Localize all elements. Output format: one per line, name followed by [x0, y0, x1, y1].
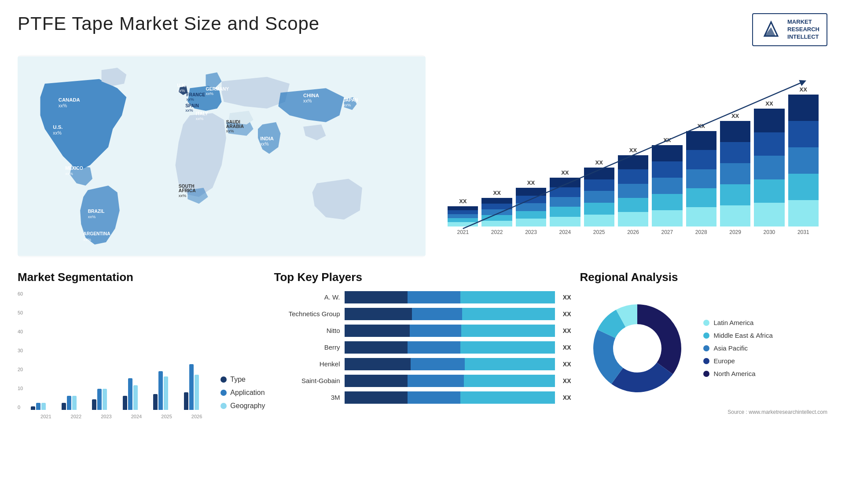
bar-stack	[788, 95, 819, 226]
player-name: A. W.	[274, 293, 340, 301]
seg-x-label: 2021	[31, 414, 61, 419]
player-bar-segment	[460, 391, 555, 404]
bar-group: XX2026	[618, 147, 648, 235]
legend-label: Application	[230, 389, 265, 397]
bar-year-label: 2021	[457, 229, 469, 235]
player-bar-segment	[345, 308, 412, 320]
player-row: Technetics GroupXX	[274, 308, 571, 320]
seg-bar	[72, 396, 77, 410]
player-bar	[345, 308, 555, 320]
regional-title: Regional Analysis	[580, 270, 828, 284]
bar-segment	[448, 210, 478, 214]
player-bar-segment	[464, 375, 555, 387]
regional-legend-dot	[703, 345, 709, 351]
bar-segment	[550, 187, 580, 197]
legend-label: Geography	[230, 402, 265, 410]
bar-stack	[516, 188, 546, 226]
bar-stack	[720, 121, 750, 226]
bar-segment	[618, 155, 648, 169]
player-bar	[345, 291, 555, 303]
bar-segment	[788, 147, 819, 174]
bar-segment	[788, 200, 819, 226]
player-xx-label: XX	[563, 327, 571, 334]
bar-group: XX2022	[481, 190, 512, 235]
svg-text:ARABIA: ARABIA	[226, 124, 244, 129]
bar-group: XX2021	[448, 198, 478, 235]
bar-segment	[481, 204, 512, 209]
bar-chart-section: XX2021XX2022XX2023XX2024XX2025XX2026XX20…	[439, 55, 827, 257]
player-name: 3M	[274, 394, 340, 401]
svg-text:INDIA: INDIA	[260, 136, 274, 141]
bar-segment	[652, 194, 682, 210]
bar-year-label: 2024	[559, 229, 571, 235]
bar-year-label: 2023	[525, 229, 537, 235]
player-bar-segment	[408, 375, 464, 387]
seg-bar	[133, 385, 138, 410]
bar-segment	[584, 203, 614, 215]
seg-bar	[62, 403, 66, 410]
bar-top-label: XX	[459, 198, 467, 205]
bar-segment	[448, 218, 478, 222]
bar-year-label: 2031	[797, 229, 809, 235]
bar-group: XX2030	[754, 100, 784, 235]
player-bar	[345, 358, 555, 370]
bar-year-label: 2026	[627, 229, 639, 235]
svg-text:xx%: xx%	[260, 142, 268, 146]
legend-dot	[220, 403, 227, 409]
key-players: Top Key Players A. W.XXTechnetics GroupX…	[274, 270, 571, 446]
bar-segment	[754, 179, 784, 203]
bar-segment	[584, 179, 614, 191]
bar-segment	[720, 121, 750, 142]
seg-bar-group	[62, 396, 90, 410]
regional-legend: Latin AmericaMiddle East & AfricaAsia Pa…	[703, 319, 773, 377]
seg-y-label: 0	[18, 405, 29, 410]
player-bar-wrap	[345, 308, 555, 320]
player-name: Nitto	[274, 327, 340, 334]
bar-chart-wrap: XX2021XX2022XX2023XX2024XX2025XX2026XX20…	[448, 64, 819, 240]
player-bar-segment	[460, 341, 555, 354]
bar-segment	[550, 217, 580, 226]
seg-bar	[123, 396, 127, 410]
seg-legend: TypeApplicationGeography	[220, 376, 265, 423]
bar-top-label: XX	[765, 100, 773, 107]
seg-bars-area	[31, 291, 212, 410]
bar-top-label: XX	[561, 169, 569, 176]
svg-text:xx%: xx%	[186, 97, 194, 102]
player-name: Berry	[274, 343, 340, 351]
bar-top-label: XX	[731, 113, 739, 119]
bottom-row: Market Segmentation 6050403020100 202120…	[18, 270, 827, 446]
regional-legend-item: Asia Pacific	[703, 344, 773, 352]
seg-bar-group	[31, 403, 59, 410]
player-xx-label: XX	[563, 361, 571, 368]
bar-top-label: XX	[527, 179, 535, 186]
player-row: 3MXX	[274, 391, 571, 404]
regional-legend-label: Latin America	[714, 319, 754, 326]
seg-bar	[36, 403, 40, 410]
key-players-title: Top Key Players	[274, 270, 571, 284]
bar-segment	[686, 150, 716, 169]
player-bar-segment	[461, 325, 555, 337]
seg-bar-group	[123, 378, 151, 410]
svg-text:FRANCE: FRANCE	[186, 92, 205, 97]
seg-y-label: 60	[18, 291, 29, 296]
player-bar-segment	[345, 375, 408, 387]
seg-y-labels: 6050403020100	[18, 291, 29, 410]
logo: MARKET RESEARCH INTELLECT	[752, 13, 827, 46]
bar-year-label: 2028	[695, 229, 707, 235]
player-bar-segment	[411, 358, 465, 370]
player-name: Technetics Group	[274, 310, 340, 318]
player-bar-segment	[345, 358, 411, 370]
seg-x-label: 2022	[61, 414, 92, 419]
bar-stack	[754, 109, 784, 226]
player-xx-label: XX	[563, 294, 571, 301]
regional-legend-item: Middle East & Africa	[703, 332, 773, 339]
svg-text:U.S.: U.S.	[53, 124, 62, 130]
seg-y-label: 40	[18, 329, 29, 334]
svg-text:ITALY: ITALY	[196, 111, 208, 116]
svg-text:xx%: xx%	[226, 129, 234, 133]
bar-segment	[720, 142, 750, 163]
player-bar	[345, 341, 555, 354]
bar-segment	[686, 131, 716, 150]
bar-segment	[788, 95, 819, 121]
regional-legend-item: North America	[703, 370, 773, 377]
